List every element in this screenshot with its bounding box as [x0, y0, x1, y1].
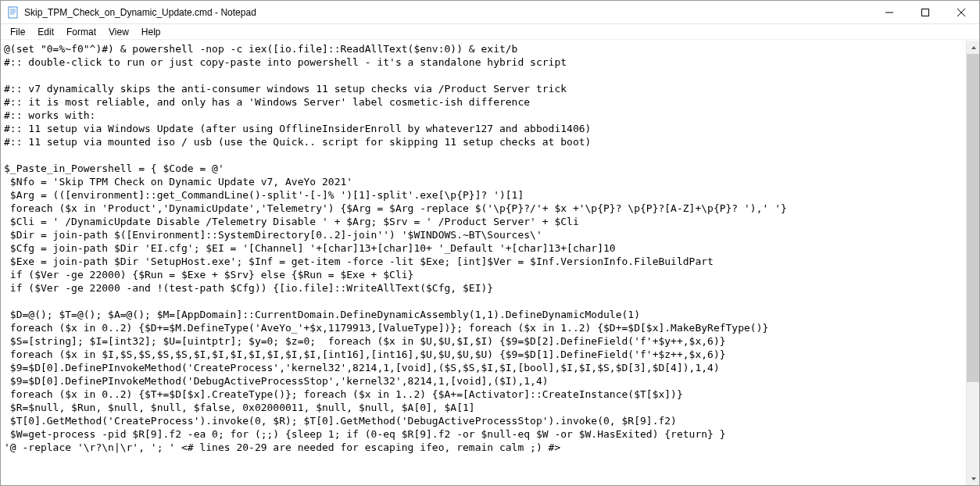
- text-editor[interactable]: @(set "0=%~f0"^)#) & powershell -nop -c …: [1, 41, 966, 485]
- notepad-icon: [7, 6, 20, 19]
- scroll-thumb[interactable]: [967, 54, 980, 382]
- window-title: Skip_TPM_Check_on_Dynamic_Update.cmd - N…: [24, 7, 871, 18]
- maximize-button[interactable]: [907, 1, 943, 24]
- svg-rect-6: [922, 9, 929, 16]
- menu-view[interactable]: View: [102, 25, 135, 39]
- scroll-up-arrow[interactable]: [967, 41, 980, 54]
- editor-area: @(set "0=%~f0"^)#) & powershell -nop -c …: [1, 41, 979, 485]
- scroll-down-arrow[interactable]: [967, 472, 980, 485]
- menu-edit[interactable]: Edit: [31, 25, 60, 39]
- window-controls: [871, 1, 979, 24]
- menu-help[interactable]: Help: [135, 25, 167, 39]
- menu-file[interactable]: File: [4, 25, 31, 39]
- minimize-button[interactable]: [871, 1, 907, 24]
- menubar: File Edit Format View Help: [1, 24, 979, 40]
- close-button[interactable]: [943, 1, 979, 24]
- vertical-scrollbar[interactable]: [966, 41, 979, 485]
- menu-format[interactable]: Format: [60, 25, 102, 39]
- titlebar: Skip_TPM_Check_on_Dynamic_Update.cmd - N…: [1, 1, 979, 24]
